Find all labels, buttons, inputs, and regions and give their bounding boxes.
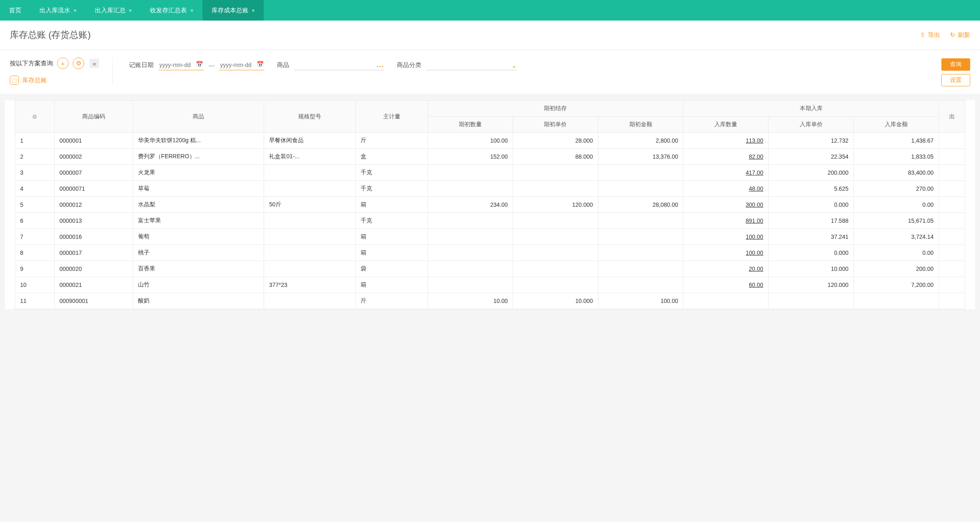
tab-home[interactable]: 首页: [0, 0, 30, 21]
tab-bar: 首页 出入库流水× 出入库汇总× 收发存汇总表× 库存成本总账×: [0, 0, 980, 21]
cell-opening-price: [513, 181, 598, 197]
cell-opening-amount: [598, 181, 683, 197]
table-row[interactable]: 30000007火龙果千克417.00200.00083,400.00: [15, 165, 965, 181]
active-scheme[interactable]: ⬚ 库存总账: [10, 76, 106, 85]
cell-out: [939, 261, 965, 277]
tab-receive-send[interactable]: 收发存汇总表×: [141, 0, 202, 21]
date-field-group: 记账日期 📅 — 📅: [129, 60, 265, 70]
close-icon[interactable]: ×: [190, 7, 193, 14]
cell-in-amount: 15,671.05: [853, 213, 939, 229]
cell-index: 1: [15, 133, 55, 149]
add-scheme-button[interactable]: +: [57, 58, 69, 69]
collapse-button[interactable]: «: [90, 59, 99, 68]
tab-inventory-cost[interactable]: 库存成本总账×: [202, 0, 264, 21]
cell-code: 0000013: [54, 213, 133, 229]
col-code: 商品编码: [54, 101, 133, 133]
tab-label: 出入库流水: [39, 7, 70, 14]
cell-in-qty[interactable]: 417.00: [683, 165, 768, 181]
col-opening-price: 期初单价: [513, 117, 598, 133]
cell-product: 草莓: [133, 181, 264, 197]
cell-in-amount: 1,438.67: [853, 133, 939, 149]
calendar-icon[interactable]: 📅: [196, 61, 203, 67]
cell-in-price: 5.625: [768, 181, 853, 197]
category-label: 商品分类: [397, 61, 421, 69]
close-icon[interactable]: ×: [252, 7, 255, 14]
settings-button[interactable]: 设置: [941, 74, 970, 86]
cell-in-price: 10.000: [768, 261, 853, 277]
table-container: ⚙ 商品编码 商品 规格型号 主计量 期初结存 本期入库 出 期初数量 期初单价…: [5, 100, 975, 309]
chevron-down-icon[interactable]: ⌄: [511, 62, 517, 69]
cell-code: 0000002: [54, 149, 133, 165]
product-input[interactable]: [294, 60, 384, 70]
cell-out: [939, 213, 965, 229]
cell-code: 0000020: [54, 261, 133, 277]
cell-product: 富士苹果: [133, 213, 264, 229]
cell-in-qty[interactable]: 60.00: [683, 277, 768, 293]
cell-in-price: 22.354: [768, 149, 853, 165]
col-spec: 规格型号: [264, 101, 356, 133]
cell-index: 11: [15, 293, 55, 309]
gear-header[interactable]: ⚙: [15, 101, 55, 133]
cell-out: [939, 277, 965, 293]
cell-opening-amount: [598, 229, 683, 245]
table-row[interactable]: 60000013富士苹果千克891.0017.58815,671.05: [15, 213, 965, 229]
cell-opening-amount: 13,376.00: [598, 149, 683, 165]
table-row[interactable]: 50000012水晶梨50斤箱234.00120.00028,080.00300…: [15, 197, 965, 213]
cell-in-qty[interactable]: 82.00: [683, 149, 768, 165]
cell-in-qty[interactable]: 113.00: [683, 133, 768, 149]
cell-in-qty[interactable]: 48.00: [683, 181, 768, 197]
cell-in-qty[interactable]: 300.00: [683, 197, 768, 213]
table-row[interactable]: 20000002费列罗（FERRERO）...礼盒装01-...盒152.008…: [15, 149, 965, 165]
close-icon[interactable]: ×: [129, 7, 132, 14]
cell-in-amount: 0.00: [853, 245, 939, 261]
cell-opening-qty: 234.00: [428, 197, 513, 213]
category-field-group: 商品分类 ⌄: [397, 60, 517, 70]
cell-opening-price: 88.000: [513, 149, 598, 165]
cell-index: 9: [15, 261, 55, 277]
filter-bar: 按以下方案查询 + ⚙ « ⬚ 库存总账 记账日期 📅 — 📅 商品 ⋯ 商品分…: [0, 50, 980, 94]
close-icon[interactable]: ×: [74, 7, 77, 14]
cell-in-qty[interactable]: 100.00: [683, 245, 768, 261]
scheme-settings-button[interactable]: ⚙: [73, 58, 84, 69]
table-row[interactable]: 100000021山竹377*23箱60.00120.0007,200.00: [15, 277, 965, 293]
cell-index: 7: [15, 229, 55, 245]
cell-opening-amount: 2,800.00: [598, 133, 683, 149]
cell-spec: [264, 213, 356, 229]
cell-unit: 袋: [356, 261, 428, 277]
table-row[interactable]: 80000017桃子箱100.000.0000.00: [15, 245, 965, 261]
table-row[interactable]: 90000020百香果袋20.0010.000200.00: [15, 261, 965, 277]
tab-inout-summary[interactable]: 出入库汇总×: [86, 0, 141, 21]
cell-opening-amount: [598, 213, 683, 229]
category-input[interactable]: [426, 60, 517, 70]
table-row[interactable]: 70000016葡萄箱100.0037.2413,724.14: [15, 229, 965, 245]
cell-index: 6: [15, 213, 55, 229]
cell-spec: 377*23: [264, 277, 356, 293]
export-button[interactable]: ⇪导出: [920, 31, 940, 39]
cell-opening-price: [513, 245, 598, 261]
cube-icon: ⬚: [10, 76, 19, 85]
cell-opening-amount: 100.00: [598, 293, 683, 309]
cell-opening-qty: [428, 261, 513, 277]
cell-unit: 箱: [356, 229, 428, 245]
cell-in-qty[interactable]: [683, 293, 768, 309]
calendar-icon[interactable]: 📅: [257, 61, 264, 67]
cell-opening-amount: [598, 261, 683, 277]
tab-inout-flow[interactable]: 出入库流水×: [30, 0, 86, 21]
col-opening-group: 期初结存: [428, 101, 683, 117]
query-button[interactable]: 查询: [941, 58, 970, 71]
table-row[interactable]: 10000001华美华夫软饼1200g 糕...早餐休闲食品斤100.0028.…: [15, 133, 965, 149]
cell-in-qty[interactable]: 20.00: [683, 261, 768, 277]
cell-code: 0000012: [54, 197, 133, 213]
refresh-button[interactable]: ↻刷新: [950, 31, 970, 39]
cell-in-price: 200.000: [768, 165, 853, 181]
more-icon[interactable]: ⋯: [376, 62, 384, 71]
cell-opening-amount: 28,080.00: [598, 197, 683, 213]
table-row[interactable]: 11000900001酸奶斤10.0010.000100.00: [15, 293, 965, 309]
cell-product: 火龙果: [133, 165, 264, 181]
cell-spec: [264, 293, 356, 309]
cell-in-qty[interactable]: 100.00: [683, 229, 768, 245]
table-row[interactable]: 400000071草莓千克48.005.625270.00: [15, 181, 965, 197]
active-scheme-label: 库存总账: [22, 76, 47, 84]
cell-in-qty[interactable]: 891.00: [683, 213, 768, 229]
cell-unit: 千克: [356, 165, 428, 181]
